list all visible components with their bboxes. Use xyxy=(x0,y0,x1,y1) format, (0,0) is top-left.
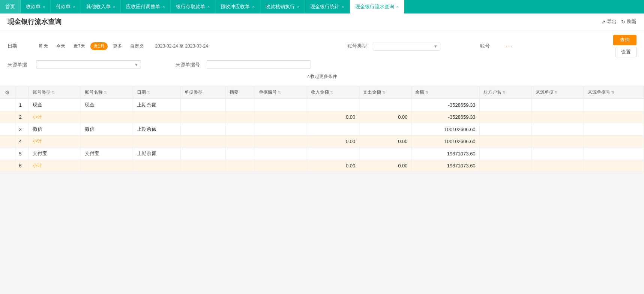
cell-doc-num xyxy=(255,123,307,136)
nav-close-bank-deposit[interactable]: × xyxy=(207,4,210,9)
col-expense[interactable]: 支出金额⇅ xyxy=(359,86,411,99)
date-opt-近7天[interactable]: 近7天 xyxy=(71,42,88,50)
col-income[interactable]: 收入金额⇅ xyxy=(307,86,359,99)
cell-source-doc xyxy=(531,148,584,160)
col-account_type[interactable]: 账号类型⇅ xyxy=(29,86,81,99)
date-opt-更多[interactable]: 更多 xyxy=(110,42,125,50)
nav-item-cash-bank-flow[interactable]: 现金银行流水查询× xyxy=(350,0,404,13)
col-source_doc[interactable]: 来源单据⇅ xyxy=(531,86,584,99)
nav-item-bank-deposit[interactable]: 银行存取款单× xyxy=(171,0,215,13)
nav-close-payment[interactable]: × xyxy=(73,4,75,9)
cell-date xyxy=(133,160,180,172)
cell-balance: 19871073.60 xyxy=(411,160,479,172)
cell-source-doc-num xyxy=(584,123,644,136)
table-row: 5支付宝支付宝上期余额19871073.60 xyxy=(0,148,644,160)
cell-account-type: 支付宝 xyxy=(29,148,81,160)
table-header-row: ⚙账号类型⇅账号名称⇅日期⇅单据类型摘要单据编号⇅收入金额⇅支出金额⇅余额⇅对方… xyxy=(0,86,644,99)
date-options: 昨天今天近7天近1月更多自定义 xyxy=(36,42,147,50)
cell-account-name: 支付宝 xyxy=(81,148,133,160)
filter-area: 日期 昨天今天近7天近1月更多自定义 2023-02-24 至 2023-03-… xyxy=(0,30,644,86)
subtotal-label: 小计 xyxy=(33,114,42,119)
cell-source-doc xyxy=(531,111,584,123)
cell-balance: -3528659.33 xyxy=(411,111,479,123)
nav-close-collect-exec[interactable]: × xyxy=(297,4,299,9)
settings-button[interactable]: 设置 xyxy=(615,47,636,57)
date-opt-今天[interactable]: 今天 xyxy=(53,42,68,50)
table-header: ⚙账号类型⇅账号名称⇅日期⇅单据类型摘要单据编号⇅收入金额⇅支出金额⇅余额⇅对方… xyxy=(0,86,644,99)
date-label: 日期 xyxy=(8,43,30,49)
table-body: 1现金现金上期余额-3528659.332小计0.000.00-3528659.… xyxy=(0,99,644,172)
source-doc-chevron: ▾ xyxy=(135,62,138,67)
date-opt-自定义[interactable]: 自定义 xyxy=(127,42,147,50)
nav-close-receipt[interactable]: × xyxy=(43,4,45,9)
cell-date xyxy=(133,136,180,148)
nav-close-cash-bank-flow[interactable]: × xyxy=(396,4,399,9)
col-counterpart[interactable]: 对方户名⇅ xyxy=(479,86,531,99)
export-icon: ↗ xyxy=(601,19,605,25)
cell-expense: 0.00 xyxy=(359,160,411,172)
cell-source-doc-num xyxy=(584,136,644,148)
refresh-button[interactable]: ↻ 刷新 xyxy=(621,18,636,25)
nav-item-ap-adjustment[interactable]: 应收应付调整单× xyxy=(121,0,170,13)
col-source_doc_num[interactable]: 来源单据号⇅ xyxy=(584,86,644,99)
date-opt-近1月[interactable]: 近1月 xyxy=(90,42,108,50)
nav-close-advance-offset[interactable]: × xyxy=(252,4,254,9)
account-dots-btn[interactable]: ··· xyxy=(506,43,513,49)
cell-balance: 100102606.60 xyxy=(411,123,479,136)
export-button[interactable]: ↗ 导出 xyxy=(601,18,617,25)
nav-close-cash-bank-stats[interactable]: × xyxy=(342,4,344,9)
source-doc-label: 来源单据 xyxy=(8,61,30,68)
sort-icon-source_doc_num: ⇅ xyxy=(611,90,614,94)
cell-summary xyxy=(225,123,255,136)
cell-expense: 0.00 xyxy=(359,136,411,148)
table-row: 6小计0.000.0019871073.60 xyxy=(0,160,644,172)
nav-item-payment[interactable]: 付款单× xyxy=(51,0,81,13)
col-settings[interactable]: ⚙ xyxy=(0,86,15,99)
cell-account-name xyxy=(81,111,133,123)
sort-icon-counterpart: ⇅ xyxy=(503,90,506,94)
cell-balance: -3528659.33 xyxy=(411,99,479,111)
nav-item-other-income[interactable]: 其他收入单× xyxy=(81,0,121,13)
cell-account-type: 小计 xyxy=(29,111,81,123)
nav-close-other-income[interactable]: × xyxy=(113,4,115,9)
gear-icon[interactable]: ⚙ xyxy=(5,90,10,96)
query-button[interactable]: 查询 xyxy=(613,35,636,45)
cell-income xyxy=(307,99,359,111)
cell-account-name xyxy=(81,136,133,148)
cell-source-doc xyxy=(531,136,584,148)
col-balance[interactable]: 余额⇅ xyxy=(411,86,479,99)
account-type-label: 账号类型 xyxy=(347,43,370,49)
col-date[interactable]: 日期⇅ xyxy=(133,86,180,99)
cell-counterpart xyxy=(479,99,531,111)
data-table: ⚙账号类型⇅账号名称⇅日期⇅单据类型摘要单据编号⇅收入金额⇅支出金额⇅余额⇅对方… xyxy=(0,86,644,172)
refresh-icon: ↻ xyxy=(621,19,625,25)
cell-counterpart xyxy=(479,136,531,148)
nav-item-home[interactable]: 首页 xyxy=(0,0,21,13)
source-doc-num-input[interactable] xyxy=(206,60,311,69)
cell-expense: 0.00 xyxy=(359,111,411,123)
col-account_name[interactable]: 账号名称⇅ xyxy=(81,86,133,99)
cell-idx: 5 xyxy=(15,148,29,160)
account-type-select[interactable]: ▾ xyxy=(373,42,440,51)
collapse-conditions-btn[interactable]: ∧ 收起更多条件 xyxy=(8,72,636,81)
cell-counterpart xyxy=(479,111,531,123)
nav-item-collect-exec[interactable]: 收款核销执行× xyxy=(260,0,305,13)
cell-doc-type xyxy=(180,99,225,111)
col-doc_num[interactable]: 单据编号⇅ xyxy=(255,86,307,99)
col-summary: 摘要 xyxy=(225,86,255,99)
source-doc-select[interactable]: ▾ xyxy=(36,60,141,69)
cell-source-doc-num xyxy=(584,99,644,111)
nav-item-cash-bank-stats[interactable]: 现金银行统计× xyxy=(305,0,350,13)
table-row: 3微信微信上期余额100102606.60 xyxy=(0,123,644,136)
cell-doc-type xyxy=(180,148,225,160)
cell-date: 上期余额 xyxy=(133,99,180,111)
nav-close-ap-adjustment[interactable]: × xyxy=(162,4,165,9)
nav-item-advance-offset[interactable]: 预收冲应收单× xyxy=(215,0,260,13)
sort-icon-income: ⇅ xyxy=(330,90,333,94)
date-opt-昨天[interactable]: 昨天 xyxy=(36,42,51,50)
nav-item-receipt[interactable]: 收款单× xyxy=(21,0,51,13)
subtotal-label: 小计 xyxy=(33,163,42,168)
cell-balance: 19871073.60 xyxy=(411,148,479,160)
date-range: 2023-02-24 至 2023-03-24 xyxy=(155,43,208,49)
cell-source-doc-num xyxy=(584,111,644,123)
